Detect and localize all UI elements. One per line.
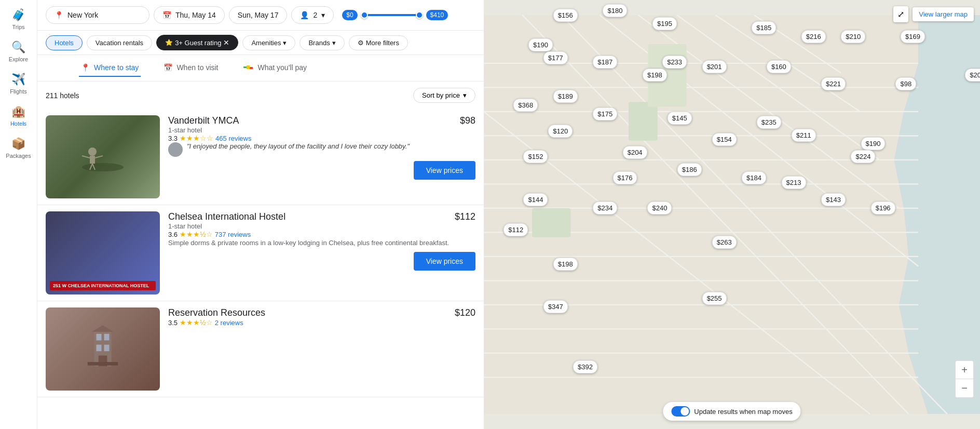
map-pin-p39[interactable]: $112 bbox=[503, 223, 528, 236]
filter-guest-rating-close[interactable]: ✕ bbox=[223, 38, 229, 47]
hotel-desc-2: Simple dorms & private rooms in a low-ke… bbox=[168, 238, 475, 248]
map-pin-p44[interactable]: $392 bbox=[573, 360, 597, 373]
map-pin-p2[interactable]: $180 bbox=[603, 4, 627, 17]
sort-by-price-button[interactable]: Sort by price ▾ bbox=[413, 88, 475, 103]
calendar-nav-icon: 📅 bbox=[164, 63, 172, 72]
sidebar-item-flights[interactable]: ✈️ Flights bbox=[2, 69, 35, 99]
hotel-card-1[interactable]: Vanderbilt YMCA $98 1-star hotel 3.3 ★★★… bbox=[37, 109, 484, 205]
avatar-1 bbox=[168, 142, 183, 157]
map-pin-p3[interactable]: $195 bbox=[652, 17, 677, 30]
map-pin-p15[interactable]: $221 bbox=[821, 77, 846, 90]
map-pin-p31[interactable]: $176 bbox=[613, 171, 637, 184]
map-pin-p38[interactable]: $196 bbox=[871, 202, 895, 214]
map-pin-p16[interactable]: $98 bbox=[895, 77, 916, 90]
map-pin-p12[interactable]: $198 bbox=[643, 69, 667, 82]
rating-value-2: 3.6 bbox=[168, 231, 178, 238]
sidebar-item-explore[interactable]: 🔍 Explore bbox=[2, 36, 35, 66]
review-count-2[interactable]: 737 reviews bbox=[215, 231, 251, 238]
rating-value-1: 3.3 bbox=[168, 135, 178, 142]
map-pin-p32[interactable]: $184 bbox=[742, 171, 766, 184]
tab-where-to-stay[interactable]: 📍 Where to stay bbox=[79, 59, 141, 77]
map-pin-p13[interactable]: $201 bbox=[702, 60, 727, 73]
tab-when-to-visit[interactable]: 📅 When to visit bbox=[161, 59, 220, 77]
brands-chevron-icon: ▾ bbox=[332, 39, 336, 47]
view-prices-btn-1[interactable]: View prices bbox=[414, 161, 475, 180]
map-pin-p28[interactable]: $190 bbox=[861, 137, 886, 150]
map-pin-p5[interactable]: $216 bbox=[801, 30, 826, 43]
svg-line-6 bbox=[95, 156, 103, 158]
view-prices-btn-2[interactable]: View prices bbox=[414, 252, 475, 271]
sidebar-item-packages[interactable]: 📦 Packages bbox=[2, 133, 35, 163]
map-pin-p8[interactable]: $190 bbox=[528, 38, 553, 51]
price-slider[interactable] bbox=[361, 14, 423, 16]
zoom-in-button[interactable]: + bbox=[955, 360, 974, 379]
filter-more[interactable]: ⚙ More filters bbox=[349, 35, 408, 50]
filter-brands[interactable]: Brands ▾ bbox=[300, 35, 344, 50]
update-results-toggle[interactable]: Update results when map moves bbox=[663, 402, 800, 421]
expand-map-button[interactable]: ⤢ bbox=[893, 6, 908, 22]
hotel-card-2[interactable]: 251 W CHELSEA INTERNATIONAL HOSTEL Chels… bbox=[37, 205, 484, 301]
map-pin-p36[interactable]: $240 bbox=[647, 202, 672, 214]
filter-vacation-rentals[interactable]: Vacation rentals bbox=[87, 35, 152, 50]
location-icon: 📍 bbox=[55, 11, 63, 19]
view-larger-map-link[interactable]: View larger map bbox=[913, 7, 974, 21]
map-pin-p37[interactable]: $143 bbox=[821, 193, 846, 206]
zoom-out-button[interactable]: − bbox=[955, 379, 974, 398]
map-pin-p21[interactable]: $145 bbox=[668, 112, 692, 125]
sidebar-item-label: Flights bbox=[10, 88, 26, 95]
map-pin-p23[interactable]: $120 bbox=[548, 125, 573, 138]
review-count-1[interactable]: 465 reviews bbox=[215, 135, 251, 142]
map-pin-p42[interactable]: $255 bbox=[702, 292, 727, 305]
map-pin-p11[interactable]: $233 bbox=[662, 56, 687, 69]
guests-input[interactable]: 👤 2 ▾ bbox=[291, 6, 334, 24]
map-pin-p9[interactable]: $177 bbox=[543, 51, 568, 64]
map-pin-p6[interactable]: $210 bbox=[841, 30, 865, 43]
hotel-card-3[interactable]: Reservation Resources $120 3.5 ★★★½☆ 2 r… bbox=[37, 301, 484, 397]
chevron-down-icon: ▾ bbox=[321, 11, 325, 19]
map-pin-p35[interactable]: $234 bbox=[593, 202, 617, 214]
map-pin-p34[interactable]: $144 bbox=[523, 193, 548, 206]
map-pin-p18[interactable]: $189 bbox=[553, 90, 578, 103]
filter-guest-rating[interactable]: ⭐ 3+ Guest rating ✕ bbox=[156, 35, 238, 50]
map-pin-p4[interactable]: $185 bbox=[752, 21, 776, 34]
map-pin-p10[interactable]: $187 bbox=[593, 56, 617, 69]
map-pin-p7[interactable]: $169 bbox=[901, 30, 925, 43]
sidebar-item-label: Trips bbox=[12, 24, 24, 30]
review-count-3[interactable]: 2 reviews bbox=[215, 319, 243, 327]
tab-what-youll-pay[interactable]: What you'll pay bbox=[241, 59, 309, 77]
map-pin-p33[interactable]: $213 bbox=[782, 176, 806, 189]
filter-icon: ⚙ bbox=[358, 39, 364, 47]
sidebar-item-hotels[interactable]: 🏨 Hotels bbox=[2, 101, 35, 131]
map-pin-p1[interactable]: $156 bbox=[553, 9, 578, 22]
hotel-quote-1: "I enjoyed the people, they layout of th… bbox=[168, 142, 475, 157]
map-pin-p25[interactable]: $204 bbox=[623, 146, 647, 159]
map-pin-p29[interactable]: $224 bbox=[851, 150, 875, 163]
map-pin-p24[interactable]: $152 bbox=[523, 150, 548, 163]
svg-rect-12 bbox=[104, 334, 110, 341]
toggle-switch[interactable] bbox=[671, 406, 690, 417]
svg-rect-1 bbox=[247, 65, 250, 69]
map-pin-p19[interactable]: $368 bbox=[513, 99, 538, 112]
view-prices-label-2: View prices bbox=[426, 257, 463, 265]
guests-icon: 👤 bbox=[300, 11, 309, 19]
filter-amenities[interactable]: Amenities ▾ bbox=[242, 35, 295, 50]
map-background[interactable]: $156$180$195$185$216$210$169$190$177$187… bbox=[484, 0, 980, 429]
map-pin-p40[interactable]: $263 bbox=[712, 236, 737, 249]
map-pin-p26[interactable]: $154 bbox=[712, 133, 737, 146]
map-container: $156$180$195$185$216$210$169$190$177$187… bbox=[484, 0, 980, 429]
map-pin-p17[interactable]: $207 bbox=[965, 69, 980, 82]
map-pin-p30[interactable]: $186 bbox=[677, 163, 702, 176]
map-pin-p27[interactable]: $211 bbox=[792, 129, 816, 142]
filter-hotels[interactable]: Hotels bbox=[46, 35, 83, 50]
filter-brands-label: Brands bbox=[308, 39, 330, 47]
map-pin-p41[interactable]: $198 bbox=[553, 258, 578, 271]
map-pin-p14[interactable]: $160 bbox=[767, 60, 791, 73]
map-pin-p20[interactable]: $175 bbox=[593, 108, 617, 120]
location-input[interactable]: 📍 New York bbox=[46, 6, 149, 24]
checkin-input[interactable]: 📅 Thu, May 14 bbox=[154, 6, 225, 24]
checkout-input[interactable]: Sun, May 17 bbox=[229, 6, 288, 24]
map-pin-p22[interactable]: $235 bbox=[757, 116, 781, 129]
svg-rect-42 bbox=[629, 102, 658, 140]
map-pin-p43[interactable]: $347 bbox=[543, 300, 568, 313]
sidebar-item-trips[interactable]: 🧳 Trips bbox=[2, 4, 35, 34]
